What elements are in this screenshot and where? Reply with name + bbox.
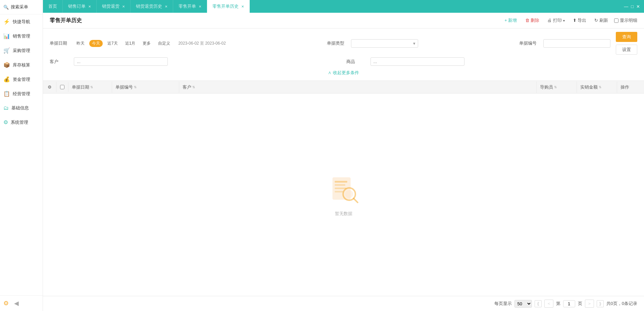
pagination-summary: 共0页，0条记录 (606, 301, 637, 307)
search-icon: 🔍 (3, 5, 9, 10)
tab-sales-return-history[interactable]: 销货退货历史 ✕ (131, 0, 173, 13)
tab-bar: 首页 销售订单 ✕ 销货退货 ✕ 销货退货历史 ✕ 零售开单 ✕ 零售开单历史 … (43, 0, 644, 13)
tab-retail-history-close[interactable]: ✕ (241, 5, 244, 8)
footer-settings-icon[interactable]: ⚙ (3, 300, 9, 307)
filter-area: 单据日期 昨天 今天 近7天 近1月 更多 自定义 2023-06-02 至 2… (43, 29, 644, 81)
sidebar-item-basic-info[interactable]: 🗂 基础信息 (0, 101, 43, 115)
th-amount[interactable]: 实销金额 ⇅ (577, 82, 617, 93)
page-last-btn[interactable]: ⟫ (597, 300, 604, 307)
bill-type-select-wrap (351, 39, 418, 48)
svg-point-6 (345, 190, 353, 198)
date-opt-1month[interactable]: 近1月 (122, 40, 138, 47)
sidebar-item-operations[interactable]: 📋 经营管理 (0, 87, 43, 101)
th-num-sort-icon: ⇅ (134, 85, 137, 89)
th-num[interactable]: 单据编号 ⇅ (112, 82, 179, 93)
page-input[interactable] (563, 300, 575, 307)
sidebar-item-purchase[interactable]: 🛒 采购管理 (0, 43, 43, 58)
page-suffix: 页 (578, 301, 582, 307)
sidebar-item-system[interactable]: ⚙ 系统管理 (0, 115, 43, 129)
bill-num-input[interactable] (543, 39, 610, 48)
th-checkbox[interactable] (56, 82, 68, 92)
bill-type-select[interactable] (351, 39, 418, 48)
settings-gear-icon: ⚙ (48, 85, 52, 90)
sidebar-search[interactable]: 🔍 搜索采单 (0, 0, 43, 14)
th-customer-sort-icon: ⇅ (192, 85, 195, 89)
basic-info-icon: 🗂 (3, 105, 9, 111)
sidebar-item-finance[interactable]: 💰 资金管理 (0, 72, 43, 87)
footer-collapse-icon[interactable]: ◀ (14, 300, 19, 307)
svg-rect-4 (335, 191, 343, 192)
date-opt-today[interactable]: 今天 (89, 40, 103, 47)
bill-num-label: 单据编号 (519, 40, 538, 46)
filter-and-table: 单据日期 昨天 今天 近7天 近1月 更多 自定义 2023-06-02 至 2… (43, 29, 644, 311)
page-prev-btn[interactable]: ＜ (544, 300, 553, 308)
collapse-bar[interactable]: ∧ 收起更多条件 (50, 68, 637, 77)
tab-retail-order[interactable]: 零售开单 ✕ (173, 0, 207, 13)
select-all-checkbox[interactable] (60, 85, 64, 89)
tab-sales-return[interactable]: 销货退货 ✕ (97, 0, 131, 13)
window-close[interactable]: ✕ (636, 4, 640, 9)
tab-sales-return-history-close[interactable]: ✕ (165, 5, 167, 8)
sidebar-item-label: 系统管理 (11, 119, 28, 125)
customer-input[interactable] (74, 57, 168, 66)
main-area: 首页 销售订单 ✕ 销货退货 ✕ 销货退货历史 ✕ 零售开单 ✕ 零售开单历史 … (43, 0, 644, 311)
date-options: 昨天 今天 近7天 近1月 更多 自定义 (74, 40, 173, 47)
svg-line-7 (354, 198, 358, 202)
page-label: 第 (556, 301, 560, 307)
page-title: 零售开单历史 (50, 17, 82, 24)
tab-home[interactable]: 首页 (43, 0, 63, 13)
filter-row-1: 单据日期 昨天 今天 近7天 近1月 更多 自定义 2023-06-02 至 2… (50, 32, 637, 55)
th-action: 操作 (617, 82, 644, 93)
setting-button[interactable]: 设置 (616, 45, 637, 55)
th-date-sort-icon: ⇅ (90, 85, 93, 89)
export-label: ⬆ 导出 (573, 17, 587, 23)
system-icon: ⚙ (3, 119, 8, 125)
svg-rect-2 (335, 184, 345, 186)
date-opt-7days[interactable]: 近7天 (105, 40, 120, 47)
bill-type-label: 单据类型 (327, 40, 346, 46)
add-label: + 新增 (504, 17, 517, 23)
svg-rect-1 (335, 181, 347, 183)
quick-nav-icon: ⚡ (3, 18, 10, 25)
query-button[interactable]: 查询 (616, 32, 637, 42)
date-opt-yesterday[interactable]: 昨天 (74, 40, 87, 47)
sidebar-item-label: 基础信息 (11, 105, 29, 111)
th-settings[interactable]: ⚙ (43, 82, 56, 92)
inventory-icon: 📦 (3, 62, 10, 68)
export-button[interactable]: ⬆ 导出 (571, 16, 589, 25)
sidebar-item-sales[interactable]: 📊 销售管理 (0, 29, 43, 43)
collapse-label: ∧ 收起更多条件 (328, 70, 359, 75)
tab-sales-order[interactable]: 销售订单 ✕ (63, 0, 97, 13)
sidebar-item-quick-nav[interactable]: ⚡ 快捷导航 (0, 14, 43, 29)
tab-sales-return-close[interactable]: ✕ (122, 5, 125, 8)
refresh-label: ↻ 刷新 (594, 17, 608, 23)
refresh-button[interactable]: ↻ 刷新 (592, 16, 610, 25)
display-detail-checkbox[interactable] (614, 18, 618, 23)
sidebar-item-inventory[interactable]: 📦 库存核算 (0, 58, 43, 72)
operations-icon: 📋 (3, 91, 10, 97)
date-opt-custom[interactable]: 自定义 (155, 40, 173, 47)
delete-button[interactable]: 🗑 删除 (523, 16, 542, 25)
tab-retail-history[interactable]: 零售开单历史 ✕ (207, 0, 250, 13)
page-next-btn[interactable]: ＞ (585, 300, 594, 308)
print-button[interactable]: 🖨 打印 ▾ (545, 16, 567, 25)
page-first-btn[interactable]: ⟪ (535, 300, 542, 307)
tab-sales-return-label: 销货退货 (102, 3, 119, 9)
th-customer[interactable]: 客户 ⇅ (179, 82, 537, 93)
th-date[interactable]: 单据日期 ⇅ (68, 82, 112, 93)
delete-label: 🗑 删除 (525, 17, 540, 23)
th-date-label: 单据日期 (72, 84, 89, 90)
purchase-icon: 🛒 (3, 47, 10, 54)
tab-sales-return-history-label: 销货退货历史 (136, 3, 162, 9)
tab-retail-order-close[interactable]: ✕ (199, 5, 201, 8)
date-opt-more[interactable]: 更多 (140, 40, 153, 47)
goods-input[interactable] (370, 57, 464, 66)
per-page-select[interactable]: 50 10 20 100 (514, 300, 532, 308)
print-label: 🖨 打印 (547, 17, 562, 23)
th-guide[interactable]: 导购员 ⇅ (537, 82, 577, 93)
tab-sales-order-close[interactable]: ✕ (88, 5, 91, 8)
display-detail-toggle[interactable]: 显示明细 (614, 17, 637, 23)
window-minimize[interactable]: — (624, 4, 628, 9)
add-button[interactable]: + 新增 (502, 16, 519, 25)
window-maximize[interactable]: □ (631, 4, 634, 9)
